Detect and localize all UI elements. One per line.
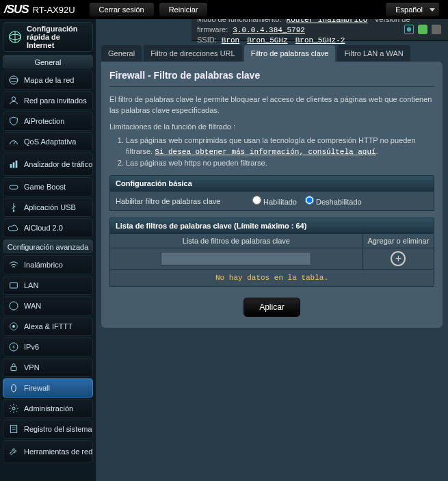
usb-status-icon[interactable] xyxy=(432,25,441,34)
sidebar-item-label: Registro del sistema xyxy=(24,425,92,433)
aimesh-status-icon[interactable] xyxy=(418,25,427,34)
sidebar-item-label: LAN xyxy=(24,281,38,289)
qis-label: Configuración rápida de Internet xyxy=(27,25,88,49)
sidebar-item-ipv6[interactable]: 6IPv6 xyxy=(3,337,93,356)
usb-icon xyxy=(8,201,20,213)
enabled-radio[interactable] xyxy=(252,196,261,205)
basic-config-header: Configuración básica xyxy=(109,175,434,192)
svg-point-12 xyxy=(13,210,15,212)
disabled-option[interactable]: Deshabilitado xyxy=(305,196,362,206)
tab-filtro-de-palabras-clave[interactable]: Filtro de palabras clave xyxy=(244,45,336,62)
alexa-icon xyxy=(8,320,20,333)
ssid-2: Bron_5GHz xyxy=(247,36,287,44)
page-description: El filtro de palabras clave le permite b… xyxy=(109,94,434,116)
vpn-icon xyxy=(8,361,20,374)
sidebar-item-label: VPN xyxy=(24,363,40,372)
game-icon xyxy=(8,181,20,193)
keyword-input[interactable] xyxy=(161,252,311,265)
sidebar-item-vpn[interactable]: VPN xyxy=(3,358,93,377)
ipv6-icon: 6 xyxy=(8,341,20,353)
sidebar-item-alexa-ifttt[interactable]: Alexa & IFTTT xyxy=(3,317,93,336)
logout-button[interactable]: Cerrar sesión xyxy=(89,2,155,17)
sidebar-item-herramientas-de-red[interactable]: Herramientas de red xyxy=(3,440,93,463)
fw-icon xyxy=(8,382,20,394)
svg-rect-9 xyxy=(16,161,18,168)
svg-point-5 xyxy=(12,97,15,101)
sidebar-item-label: Aplicación USB xyxy=(24,203,76,211)
sidebar-item-label: QoS Adaptativa xyxy=(24,138,76,146)
limitation-1: Las páginas web comprimidas que usan la … xyxy=(126,135,434,157)
enabled-option[interactable]: Habilitado xyxy=(252,196,297,206)
limitation-2: Las páginas web https no pueden filtrars… xyxy=(126,157,434,168)
sidebar-item-registro-del-sistema[interactable]: Registro del sistema xyxy=(3,419,93,439)
sidebar-item-red-para-invitados[interactable]: Red para invitados xyxy=(3,91,93,110)
svg-line-6 xyxy=(14,142,16,144)
ssid-3: Bron_5GHz-2 xyxy=(295,36,345,44)
enabled-text: Habilitado xyxy=(263,198,297,206)
status-strip: Modo de funcionamiento: Router inalámbri… xyxy=(192,19,448,41)
sidebar-item-game-boost[interactable]: Game Boost xyxy=(3,177,93,196)
quick-internet-setup[interactable]: Configuración rápida de Internet xyxy=(3,22,93,52)
sidebar-item-aiprotection[interactable]: AiProtection xyxy=(3,112,93,131)
apply-button[interactable]: Aplicar xyxy=(243,298,300,317)
keyword-table: Lista de filtros de palabras clave Agreg… xyxy=(109,234,434,270)
svg-point-4 xyxy=(10,78,18,81)
add-button[interactable]: + xyxy=(391,251,406,266)
more-info-link[interactable]: Si desea obtener más información, consúl… xyxy=(155,148,375,156)
svg-point-20 xyxy=(12,407,15,410)
tab-filtro-lan-a-wan[interactable]: Filtro LAN a WAN xyxy=(337,45,410,62)
sidebar-header-advanced: Configuración avanzada xyxy=(3,239,93,253)
chart-icon xyxy=(8,158,20,170)
disabled-radio[interactable] xyxy=(305,196,314,205)
sidebar-item-label: AiProtection xyxy=(24,117,64,125)
sidebar-item-label: Red para invitados xyxy=(24,96,87,105)
globe-icon xyxy=(8,74,20,86)
mode-value[interactable]: Router inalámbrico xyxy=(287,19,368,24)
tools-icon xyxy=(8,445,20,458)
no-data-row: No hay datos en la tabla. xyxy=(109,270,434,287)
tab-general[interactable]: General xyxy=(101,45,142,62)
sidebar-item-inal-mbrico[interactable]: Inalámbrico xyxy=(3,255,93,274)
sidebar-item-lan[interactable]: LAN xyxy=(3,276,93,295)
sidebar-item-label: Herramientas de red xyxy=(24,447,92,456)
mode-label: Modo de funcionamiento: xyxy=(197,19,282,23)
brand-logo: /SUS xyxy=(4,3,29,16)
page-title: Firewall - Filtro de palabras clave xyxy=(109,70,434,87)
svg-rect-7 xyxy=(10,164,12,168)
sidebar-item-wan[interactable]: WAN xyxy=(3,296,93,315)
tab-filtro-de-direcciones-url[interactable]: Filtro de direcciones URL xyxy=(144,45,242,62)
svg-point-3 xyxy=(10,76,18,84)
sidebar-item-qos-adaptativa[interactable]: QoS Adaptativa xyxy=(3,132,93,151)
sidebar-item-administraci-n[interactable]: Administración xyxy=(3,399,93,418)
ssid-label: SSID: xyxy=(197,36,217,44)
sidebar-item-label: WAN xyxy=(24,302,41,310)
model-name: RT-AX92U xyxy=(33,5,75,15)
sidebar-item-firewall[interactable]: Firewall xyxy=(3,378,93,398)
sidebar-item-label: Inalámbrico xyxy=(24,261,63,269)
limitations-label: Limitaciones de la función de filtrado : xyxy=(109,121,434,132)
lan-icon xyxy=(8,279,20,291)
col-action: Agregar o eliminar xyxy=(363,234,434,248)
sidebar-item-analizador-de-tr-fico[interactable]: Analizador de tráfico xyxy=(3,153,93,176)
disabled-text: Deshabilitado xyxy=(316,198,362,206)
sidebar-item-aicloud-2-0[interactable]: AiCloud 2.0 xyxy=(3,218,93,237)
router-status-icon[interactable] xyxy=(404,25,414,34)
reboot-button[interactable]: Reiniciar xyxy=(159,2,209,17)
svg-rect-13 xyxy=(10,283,18,288)
sidebar-item-label: AiCloud 2.0 xyxy=(24,224,63,232)
content-panel: Firewall - Filtro de palabras clave El f… xyxy=(101,62,443,328)
language-label: Español xyxy=(395,5,423,14)
sidebar-item-label: Alexa & IFTTT xyxy=(24,322,73,330)
language-selector[interactable]: Español xyxy=(385,2,440,17)
fw-value[interactable]: 3.0.0.4.384_5792 xyxy=(233,26,305,34)
sidebar-item-aplicaci-n-usb[interactable]: Aplicación USB xyxy=(3,198,93,217)
sidebar-item-label: Game Boost xyxy=(24,183,66,191)
enable-keyword-filter-row: Habilitar filtro de palabras clave Habil… xyxy=(109,192,434,211)
svg-rect-21 xyxy=(10,426,16,433)
sidebar-item-label: Mapa de la red xyxy=(24,76,74,84)
enable-keyword-filter-label: Habilitar filtro de palabras clave xyxy=(116,197,252,205)
svg-point-15 xyxy=(12,325,15,328)
wan-icon xyxy=(8,300,20,312)
sidebar-item-mapa-de-la-red[interactable]: Mapa de la red xyxy=(3,70,93,90)
ssid-1: Bron xyxy=(222,36,239,44)
